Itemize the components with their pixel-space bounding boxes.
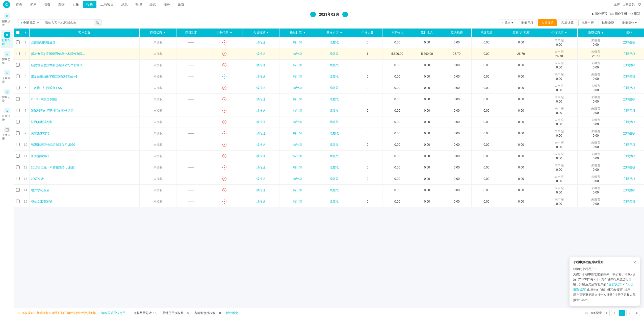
customer-name-link[interactable]: (库存核算) 直播畅通信息技术股份有限...: [31, 52, 85, 56]
agreement-link[interactable]: 续签取: [330, 41, 339, 44]
first-page-btn[interactable]: «: [604, 310, 610, 316]
report-link[interactable]: 续报送: [256, 75, 266, 78]
nav-billing[interactable]: 收费: [40, 1, 54, 8]
calc-link[interactable]: 待计算: [293, 166, 302, 169]
calc-link[interactable]: 待计算: [293, 120, 302, 124]
nav-home[interactable]: 首页: [12, 1, 26, 8]
agreement-link[interactable]: 续签取: [330, 166, 339, 169]
nav-service[interactable]: 服务: [160, 1, 174, 8]
agreement-link[interactable]: 续签取: [330, 120, 339, 124]
instant-auth-link[interactable]: 立即授权: [623, 86, 635, 90]
row-checkbox[interactable]: [16, 131, 20, 135]
report-link[interactable]: 续报送: [256, 120, 266, 124]
report-link[interactable]: 续报送: [256, 177, 266, 181]
customer-name-link[interactable]: 汇算清缴流程: [31, 154, 49, 158]
last-page-btn[interactable]: »: [634, 310, 640, 316]
instant-auth-link[interactable]: 立即授权: [623, 177, 635, 181]
next-month-btn[interactable]: ›: [342, 12, 348, 17]
calc-link[interactable]: 待计算: [293, 188, 302, 192]
nav-manage[interactable]: 管理: [132, 1, 145, 8]
calc-link[interactable]: 待计算: [293, 177, 302, 181]
calc-link[interactable]: 待计算: [293, 52, 302, 56]
report-link[interactable]: 续报送: [256, 63, 266, 67]
calc-link[interactable]: 待计算: [293, 109, 302, 112]
calc-link[interactable]: 待计算: [293, 154, 302, 158]
row-checkbox[interactable]: [16, 63, 20, 67]
prev-page-btn[interactable]: ‹: [611, 310, 617, 316]
agreement-link[interactable]: 续签取: [330, 154, 339, 158]
report-link[interactable]: 续报送: [256, 154, 266, 158]
customer-name-link[interactable]: 测试账套的凭证打印的时候是否: [31, 109, 73, 112]
report-link[interactable]: 续报送: [256, 188, 266, 192]
nav-customer[interactable]: 客户: [26, 1, 40, 8]
customer-name-link[interactable]: 测试期末结转: [31, 132, 49, 135]
row-checkbox[interactable]: [16, 40, 20, 44]
agreement-link[interactable]: 续签取: [330, 75, 339, 78]
row-checkbox[interactable]: [16, 177, 20, 180]
batch-report-btn[interactable]: 批量申报: [578, 19, 597, 26]
member-btn[interactable]: □ 畅会员: [623, 2, 635, 7]
sidebar-item-personal-tax[interactable]: 人 个税申报: [1, 68, 13, 86]
manual-btn[interactable]: 📖 操作手册: [610, 12, 627, 16]
sidebar-item-annual-report[interactable]: 📋 工商年报: [1, 125, 13, 143]
calc-link[interactable]: 待计算: [293, 132, 302, 135]
nav-industry[interactable]: 工商项目: [97, 1, 117, 8]
nav-message[interactable]: 消息: [118, 1, 131, 8]
row-checkbox[interactable]: [16, 143, 20, 146]
customer-name-link[interactable]: 2013（陶美芳勿删）: [31, 97, 59, 101]
report-link[interactable]: 续报送: [256, 41, 266, 44]
agreement-link[interactable]: 续签取: [330, 132, 339, 135]
row-checkbox[interactable]: [16, 154, 20, 158]
report-link[interactable]: 续报送: [256, 97, 266, 101]
sidebar-item-tax-record[interactable]: ▤ 报税记录: [1, 87, 13, 105]
employee-filter-select[interactable]: ● 全部员工 ▾: [18, 19, 41, 26]
calc-link[interactable]: 待计算: [293, 63, 302, 67]
nav-settings[interactable]: 设置: [174, 1, 188, 8]
sidebar-item-tax-overview[interactable]: ◎ 报税总览: [1, 49, 13, 67]
export-btn[interactable]: ↑ 导出 ▾: [499, 19, 516, 26]
auth-link[interactable]: 请购买后尽快使用！: [101, 311, 128, 315]
prev-month-btn[interactable]: ‹: [310, 12, 316, 17]
report-link[interactable]: 续报送: [256, 143, 266, 146]
sidebar-item-batch-tax[interactable]: ≡ 批量报税: [1, 30, 13, 48]
current-page-btn[interactable]: 1: [619, 310, 625, 316]
customer-name-link[interactable]: 沈海英测试勿删: [31, 120, 52, 124]
calc-link[interactable]: 待计算: [293, 75, 302, 78]
report-link[interactable]: 续报送: [256, 166, 266, 169]
row-checkbox[interactable]: [16, 120, 20, 124]
row-checkbox[interactable]: [16, 188, 20, 192]
search-input[interactable]: [43, 21, 94, 25]
customer-name-link[interactable]: 张家港厚运针织品有限公司-2020: [31, 143, 75, 146]
report-link[interactable]: 续报送: [256, 132, 266, 135]
calc-link[interactable]: 待计算: [293, 200, 302, 203]
refresh-btn[interactable]: ↺: [638, 2, 641, 7]
row-checkbox[interactable]: [16, 52, 20, 55]
report-link[interactable]: 续报送: [256, 109, 266, 112]
customer-name-link[interactable]: 勿删新锐网络通信: [31, 41, 55, 44]
next-page-btn[interactable]: ›: [626, 310, 632, 316]
tax-calc-btn[interactable]: 税款计算: [558, 19, 577, 26]
sidebar-item-settlement[interactable]: ≋ 汇算清缴: [1, 106, 13, 124]
customer-name-link[interactable]: (原) 误删勿改字楷芸测试账套new1: [31, 75, 78, 78]
instant-auth-link[interactable]: 立即授权: [623, 143, 635, 146]
customer-name-link[interactable]: 地方水利基金: [31, 188, 49, 192]
row-checkbox[interactable]: [16, 75, 20, 78]
row-checkbox[interactable]: [16, 165, 20, 169]
batch-auth-btn[interactable]: 批量授权: [518, 19, 536, 26]
calc-link[interactable]: 待计算: [293, 41, 302, 44]
instant-auth-link[interactable]: 立即授权: [623, 132, 635, 135]
instant-auth-link[interactable]: 立即授权: [623, 41, 635, 44]
notification-close-btn[interactable]: ✕: [633, 260, 636, 264]
row-checkbox[interactable]: [16, 86, 20, 89]
agreement-link[interactable]: 续签取: [330, 177, 339, 181]
instant-auth-link[interactable]: 立即授权: [623, 200, 635, 203]
instant-auth-link[interactable]: 立即授权: [623, 97, 635, 101]
auth-history-link[interactable]: 授权历史: [226, 311, 238, 315]
instant-auth-link[interactable]: 立即授权: [623, 52, 635, 56]
agreement-link[interactable]: 续签取: [330, 52, 339, 56]
report-link[interactable]: 续报送: [256, 86, 266, 90]
report-link[interactable]: 续报送: [256, 52, 266, 56]
batch-pay-btn[interactable]: 批量缴费: [599, 19, 617, 26]
calc-link[interactable]: 待计算: [293, 97, 302, 101]
nav-bookkeeping[interactable]: 记账: [69, 1, 82, 8]
